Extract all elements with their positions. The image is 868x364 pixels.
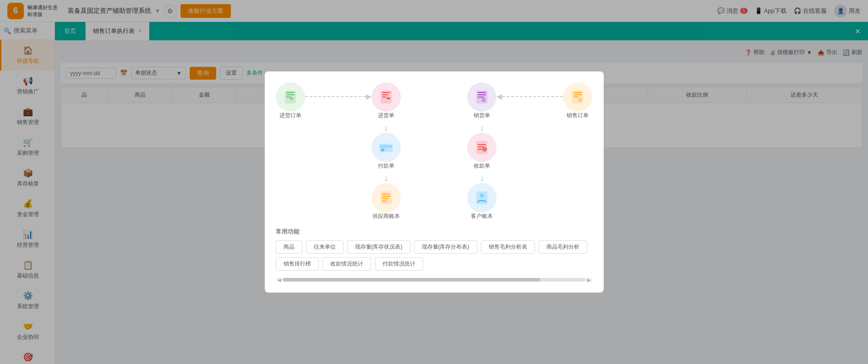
svg-rect-10 [381, 191, 392, 204]
common-buttons-row2: 销售排行榜 收款情况统计 付款情况统计 [276, 257, 593, 271]
scrollbar-thumb [283, 278, 540, 282]
flow-node-sales-order[interactable]: 销售订单 [563, 82, 592, 120]
customer-ledger-icon [467, 183, 497, 212]
sales-bill-label: 销货单 [474, 112, 490, 120]
common-btn-goods-profit[interactable]: 商品毛利分析 [539, 240, 587, 254]
common-btn-partners[interactable]: 往来单位 [306, 240, 344, 254]
flow-node-payment[interactable]: 付款单 [371, 133, 401, 170]
purchase-order-icon [276, 82, 305, 112]
sales-order-label: 销售订单 [567, 112, 589, 120]
purchase-bill-icon [371, 82, 401, 112]
common-btn-stock-dist[interactable]: 现存量(库存分布表) [414, 240, 477, 254]
flow-node-sales-bill[interactable]: 销货单 [467, 82, 497, 120]
sales-order-icon [563, 82, 592, 112]
supplier-ledger-icon [371, 183, 401, 212]
modal-dialog: 进货订单 ▶ 进货单 [265, 71, 604, 293]
svg-point-5 [579, 98, 582, 102]
purchase-order-label: 进货订单 [279, 112, 301, 120]
receipt-label: 收款单 [474, 162, 490, 170]
payment-label: 付款单 [378, 162, 394, 170]
flow-node-purchase-bill[interactable]: 进货单 [371, 82, 401, 120]
svg-rect-3 [482, 98, 486, 102]
flow-node-purchase-order[interactable]: 进货订单 [276, 82, 305, 120]
scroll-left-icon[interactable]: ◀ [276, 277, 283, 283]
common-btn-sales-rank[interactable]: 销售排行榜 [276, 257, 319, 271]
common-btn-sales-profit[interactable]: 销售毛利分析表 [481, 240, 535, 254]
purchase-bill-label: 进货单 [378, 112, 394, 120]
flow-node-supplier-ledger[interactable]: 供应商账本 [371, 183, 401, 220]
common-btn-receipt-stats[interactable]: 收款情况统计 [322, 257, 371, 271]
payment-icon [371, 133, 401, 162]
receipt-icon [467, 133, 497, 162]
scroll-right-icon[interactable]: ▶ [585, 277, 593, 283]
flow-node-customer-ledger[interactable]: 客户账本 [467, 183, 497, 220]
common-functions-title: 常用功能 [276, 228, 593, 236]
flow-node-receipt[interactable]: 收款单 [467, 133, 497, 170]
modal-scrollbar[interactable]: ◀ ▶ [276, 278, 593, 282]
scrollbar-track [283, 278, 585, 282]
modal-overlay[interactable]: 进货订单 ▶ 进货单 [0, 0, 868, 364]
common-buttons-row1: 商品 往来单位 现存量(库存状况表) 现存量(库存分布表) 销售毛利分析表 商品… [276, 240, 593, 254]
svg-rect-7 [380, 146, 393, 147]
sales-bill-icon [467, 82, 497, 112]
svg-point-12 [480, 194, 484, 197]
common-btn-goods[interactable]: 商品 [276, 240, 302, 254]
common-btn-stock-status[interactable]: 现存量(库存状况表) [347, 240, 410, 254]
app-wrapper: 6 畅康通好生意标准版 装备及固定资产辅助管理系统 ▼ ⚙ 体验行业方案 💬 消… [0, 0, 868, 364]
supplier-ledger-label: 供应商账本 [372, 212, 400, 220]
common-functions-section: 常用功能 商品 往来单位 现存量(库存状况表) 现存量(库存分布表) 销售毛利分… [276, 228, 593, 271]
common-btn-payment-stats[interactable]: 付款情况统计 [375, 257, 423, 271]
customer-ledger-label: 客户账本 [471, 212, 493, 220]
